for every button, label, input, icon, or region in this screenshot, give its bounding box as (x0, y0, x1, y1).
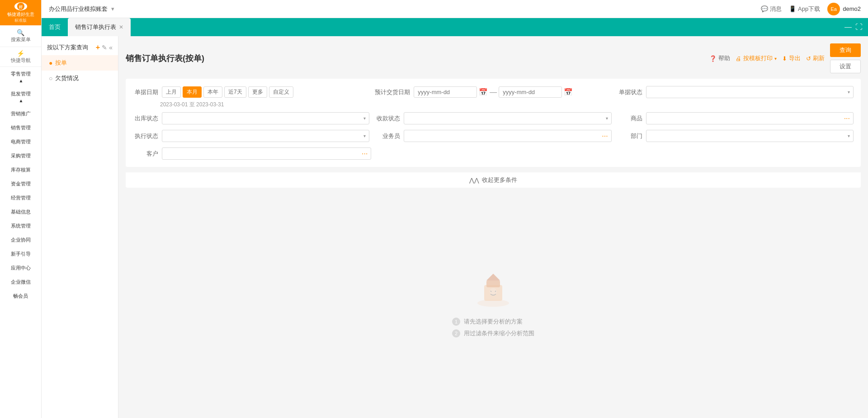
expand-arrow: ▲ (19, 98, 24, 103)
sidebar-item-system-mgmt[interactable]: 系统管理 (0, 219, 41, 233)
svg-text:好: 好 (19, 5, 23, 9)
receipt-status-select[interactable] (404, 112, 611, 124)
scheme-item-按单[interactable]: ● 按单 (42, 55, 118, 71)
status-select-wrapper: ▾ (646, 86, 854, 98)
help-button[interactable]: ❓ 帮助 (709, 54, 730, 62)
avatar: Ea (827, 3, 840, 15)
sidebar-item-sales-mgmt[interactable]: 销售管理 (0, 121, 41, 135)
phone-icon: 📱 (789, 5, 796, 12)
tab-close-icon[interactable]: ✕ (119, 24, 123, 30)
sidebar-item-new-guide[interactable]: 新手引导 (0, 247, 41, 261)
out-status-label: 出库状态 (133, 114, 158, 123)
logo-text: 畅捷通好生意 (7, 11, 34, 18)
sidebar-item-search-menu[interactable]: 🔍 搜索菜单 (0, 25, 41, 47)
exec-status-select[interactable] (162, 130, 369, 142)
date-label: 单据日期 (133, 88, 158, 96)
header-actions: 💬 消息 📱 App下载 Ea demo2 (761, 3, 861, 15)
settings-button[interactable]: 设置 (830, 60, 861, 73)
top-header: 办公用品行业模拟账套 ▾ 💬 消息 📱 App下载 Ea demo2 (42, 0, 868, 18)
username-label: demo2 (843, 5, 861, 12)
receipt-status-cell: 收款状态 ▾ (375, 112, 611, 124)
message-button[interactable]: 💬 消息 (761, 5, 782, 13)
left-panel: 按以下方案查询 + ✎ « ● 按单 ○ 欠货情况 (42, 36, 118, 418)
export-button[interactable]: ⬇ 导出 (782, 54, 801, 62)
customer-more-icon[interactable]: ··· (362, 150, 368, 158)
collapse-filter-button[interactable]: ⋀⋀ 收起更多条件 (126, 172, 861, 188)
search-button[interactable]: 查询 (830, 43, 861, 57)
exec-status-wrapper: ▾ (162, 130, 369, 142)
sidebar-item-finance-mgmt[interactable]: 资金管理 (0, 177, 41, 191)
calendar-icon-from[interactable]: 📅 (479, 88, 488, 96)
customer-label: 客户 (133, 150, 158, 158)
tip-number-2: 2 (452, 329, 460, 337)
date-btn-current-year[interactable]: 本年 (203, 86, 222, 98)
sidebar-item-enterprise-wechat[interactable]: 企业微信 (0, 275, 41, 289)
dept-select[interactable] (646, 130, 854, 142)
collapse-panel-button[interactable]: « (109, 44, 113, 51)
filter-area: 单据日期 上月 本月 本年 近7天 更多 自定义 预计交货日期 (126, 79, 861, 167)
customer-input[interactable] (162, 147, 371, 160)
message-label: 消息 (770, 5, 782, 13)
sidebar-item-enterprise-collab[interactable]: 企业协同 (0, 233, 41, 247)
search-settings-group: 查询 设置 (830, 43, 861, 73)
page-title: 销售订单执行表(按单) (126, 53, 204, 64)
sidebar-item-basic-info[interactable]: 基础信息 (0, 205, 41, 219)
maximize-icon[interactable]: ⛶ (855, 23, 863, 31)
help-icon: ❓ (709, 55, 717, 62)
refresh-icon: ↺ (806, 55, 811, 62)
sidebar-item-purchase-mgmt[interactable]: 采购管理 (0, 149, 41, 163)
logo-icon: 好 (14, 2, 27, 10)
salesperson-more-icon[interactable]: ··· (602, 132, 608, 140)
calendar-icon-to[interactable]: 📅 (564, 88, 573, 96)
print-button[interactable]: 🖨 按模板打印 ▾ (736, 54, 777, 62)
date-btn-custom[interactable]: 自定义 (269, 86, 293, 98)
empty-tips: 1 请先选择要分析的方案 2 用过滤条件来缩小分析范围 (452, 318, 534, 337)
tip-text-2: 用过滤条件来缩小分析范围 (464, 329, 534, 337)
exec-status-cell: 执行状态 ▾ (133, 130, 369, 142)
sidebar-item-app-center[interactable]: 应用中心 (0, 261, 41, 275)
exec-status-label: 执行状态 (133, 132, 158, 140)
add-scheme-button[interactable]: + (96, 43, 100, 52)
minimize-icon[interactable]: — (844, 23, 852, 31)
user-menu[interactable]: Ea demo2 (827, 3, 861, 15)
collapse-arrows-icon: ⋀⋀ (469, 177, 479, 184)
date-filter-cell: 单据日期 上月 本月 本年 近7天 更多 自定义 (133, 86, 369, 98)
print-icon: 🖨 (736, 55, 741, 62)
breadcrumb-arrow-icon: ▾ (111, 5, 114, 12)
salesperson-input[interactable] (404, 130, 611, 142)
status-label: 单据状态 (617, 88, 642, 96)
sidebar-item-retail-mgmt[interactable]: 零售管理 ▲ (0, 67, 41, 87)
date-btn-more[interactable]: 更多 (248, 86, 267, 98)
tab-sales-order[interactable]: 销售订单执行表 ✕ (68, 18, 131, 36)
date-btn-last-month[interactable]: 上月 (162, 86, 181, 98)
sidebar-item-member[interactable]: 畅会员 (0, 289, 41, 303)
edit-scheme-button[interactable]: ✎ (102, 44, 107, 51)
panel-title: 按以下方案查询 (47, 43, 88, 52)
expected-date-to[interactable] (499, 86, 562, 98)
tab-home[interactable]: 首页 (42, 18, 68, 36)
goods-input[interactable] (646, 112, 854, 124)
refresh-button[interactable]: ↺ 刷新 (806, 54, 825, 62)
expand-arrow: ▲ (19, 78, 24, 83)
goods-more-icon[interactable]: ··· (844, 114, 850, 123)
left-panel-header: 按以下方案查询 + ✎ « (42, 40, 118, 55)
sidebar-item-inventory-check[interactable]: 库存核算 (0, 163, 41, 177)
salesperson-label: 业务员 (375, 132, 400, 140)
print-dropdown-icon[interactable]: ▾ (774, 56, 777, 61)
status-select[interactable] (646, 86, 854, 98)
scheme-item-欠货情况[interactable]: ○ 欠货情况 (42, 71, 118, 86)
out-status-select[interactable] (162, 112, 369, 124)
sidebar-item-ecommerce[interactable]: 电商管理 (0, 135, 41, 149)
export-icon: ⬇ (782, 55, 787, 62)
date-btn-last7days[interactable]: 近7天 (224, 86, 246, 98)
sidebar-item-ops-mgmt[interactable]: 经营管理 (0, 191, 41, 205)
sidebar-item-marketing[interactable]: 营销推广 (0, 107, 41, 121)
sidebar-item-wholesale-mgmt[interactable]: 批发管理 ▲ (0, 87, 41, 107)
date-btn-current-month[interactable]: 本月 (183, 86, 202, 98)
expected-date-from[interactable] (414, 86, 477, 98)
sidebar-item-quick-nav[interactable]: ⚡ 快捷导航 (0, 47, 41, 67)
panel-actions: + ✎ « (96, 43, 113, 52)
empty-illustration (471, 267, 516, 312)
svg-rect-4 (486, 280, 500, 287)
app-download-button[interactable]: 📱 App下载 (789, 5, 820, 13)
